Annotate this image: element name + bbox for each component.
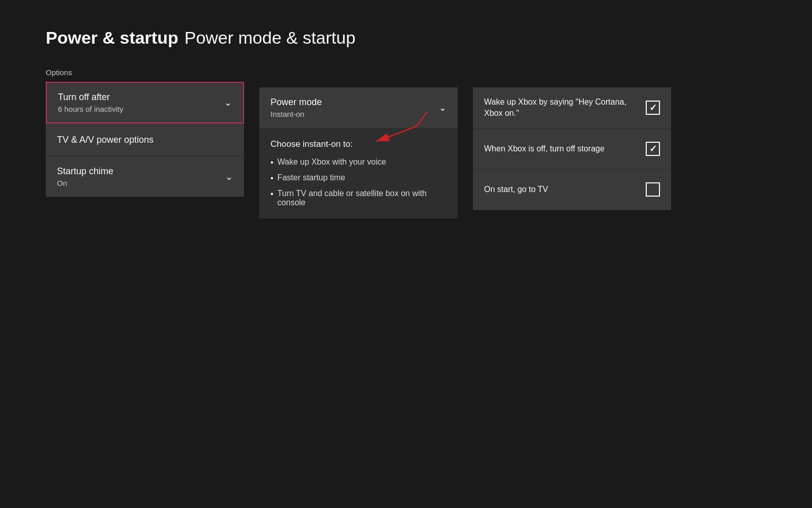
power-mode-dropdown[interactable]: Power mode Instant-on ⌄ bbox=[259, 87, 458, 128]
startup-chime-title: Startup chime bbox=[57, 166, 113, 177]
go-to-tv-label: On start, go to TV bbox=[484, 184, 548, 195]
page-title-bold: Power & startup bbox=[46, 28, 178, 48]
power-mode-info-list: • Wake up Xbox with your voice • Faster … bbox=[270, 157, 446, 207]
info-item-3: • Turn TV and cable or satellite box on … bbox=[270, 189, 446, 207]
page-header: Power & startup Power mode & startup bbox=[0, 0, 812, 68]
options-label: Options bbox=[46, 68, 244, 77]
main-content: Options Turn off after 6 hours of inacti… bbox=[0, 68, 812, 218]
turn-off-chevron-icon: ⌄ bbox=[224, 97, 232, 108]
info-item-1: • Wake up Xbox with your voice bbox=[270, 157, 446, 167]
info-item-2: • Faster startup time bbox=[270, 173, 446, 183]
power-mode-title: Power mode bbox=[270, 97, 322, 108]
startup-chime-dropdown[interactable]: Startup chime On ⌄ bbox=[46, 156, 244, 197]
turn-off-subtitle: 6 hours of inactivity bbox=[58, 105, 123, 113]
left-column: Options Turn off after 6 hours of inacti… bbox=[46, 68, 244, 197]
right-column: Wake up Xbox by saying "Hey Cortana, Xbo… bbox=[473, 87, 671, 210]
startup-chime-content: Startup chime On bbox=[57, 166, 113, 187]
power-mode-info-box: Choose instant-on to: • Wake up Xbox wit… bbox=[259, 128, 458, 218]
turn-off-storage-checkbox[interactable] bbox=[646, 142, 660, 156]
middle-column: Power mode Instant-on ⌄ Choose instant-o… bbox=[259, 87, 458, 218]
turn-off-content: Turn off after 6 hours of inactivity bbox=[58, 92, 123, 113]
bullet-3: • bbox=[270, 189, 274, 199]
turn-off-storage-label: When Xbox is off, turn off storage bbox=[484, 143, 605, 154]
startup-chime-chevron-icon: ⌄ bbox=[225, 171, 233, 182]
tv-av-label: TV & A/V power options bbox=[57, 135, 154, 145]
wake-xbox-item[interactable]: Wake up Xbox by saying "Hey Cortana, Xbo… bbox=[473, 87, 671, 129]
info-item-1-text: Wake up Xbox with your voice bbox=[278, 157, 386, 167]
turn-off-dropdown[interactable]: Turn off after 6 hours of inactivity ⌄ bbox=[46, 82, 244, 123]
power-mode-info-title: Choose instant-on to: bbox=[270, 139, 446, 149]
bullet-2: • bbox=[270, 174, 274, 183]
bullet-1: • bbox=[270, 158, 274, 167]
wake-xbox-label: Wake up Xbox by saying "Hey Cortana, Xbo… bbox=[484, 97, 637, 119]
power-mode-content: Power mode Instant-on bbox=[270, 97, 322, 118]
info-item-2-text: Faster startup time bbox=[278, 173, 345, 182]
turn-off-title: Turn off after bbox=[58, 92, 123, 103]
go-to-tv-checkbox[interactable] bbox=[646, 182, 660, 197]
wake-xbox-checkbox[interactable] bbox=[646, 101, 660, 115]
tv-av-item[interactable]: TV & A/V power options bbox=[46, 123, 244, 156]
info-item-3-text: Turn TV and cable or satellite box on wi… bbox=[278, 189, 446, 207]
go-to-tv-item[interactable]: On start, go to TV bbox=[473, 170, 671, 210]
power-mode-subtitle: Instant-on bbox=[270, 110, 322, 118]
power-mode-chevron-icon: ⌄ bbox=[439, 102, 446, 113]
turn-off-storage-item[interactable]: When Xbox is off, turn off storage bbox=[473, 129, 671, 170]
page-title-light: Power mode & startup bbox=[185, 28, 355, 48]
startup-chime-subtitle: On bbox=[57, 179, 113, 187]
